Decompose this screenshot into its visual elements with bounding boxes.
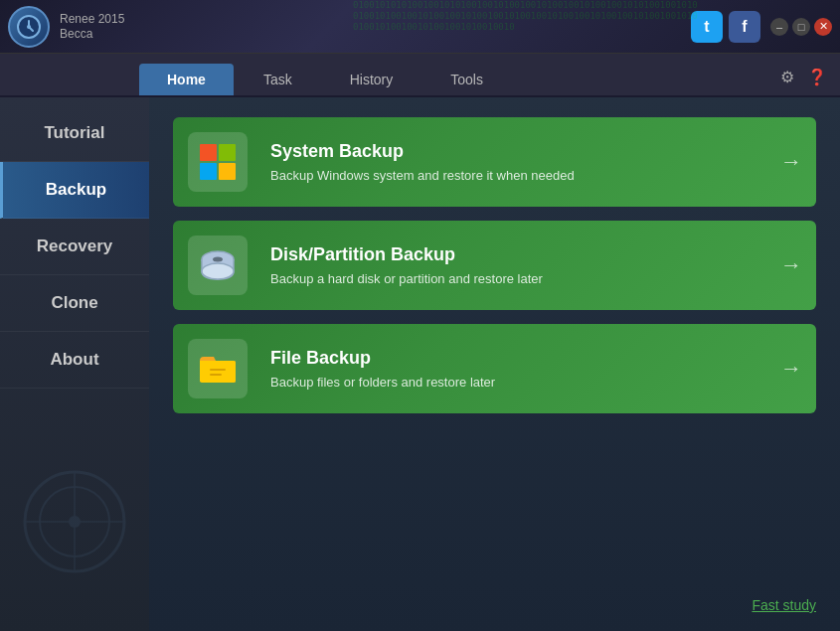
file-backup-icon-wrap — [173, 324, 262, 413]
sidebar: Tutorial Backup Recovery Clone About — [0, 97, 149, 631]
bg-matrix-text: 0100101010100100101010010010100100101001… — [353, 0, 701, 54]
svg-rect-15 — [210, 374, 222, 376]
disk-backup-text: Disk/Partition Backup Backup a hard disk… — [262, 233, 766, 298]
svg-point-12 — [202, 263, 234, 279]
disk-backup-card[interactable]: Disk/Partition Backup Backup a hard disk… — [173, 221, 816, 310]
disk-backup-icon-wrap — [173, 221, 262, 310]
tab-task[interactable]: Task — [236, 64, 320, 95]
content-area: System Backup Backup Windows system and … — [149, 97, 840, 631]
svg-rect-7 — [200, 144, 217, 161]
settings-icon[interactable]: ⚙ — [776, 66, 798, 87]
tab-home[interactable]: Home — [139, 64, 234, 95]
svg-rect-8 — [219, 144, 236, 161]
system-backup-arrow: → — [766, 149, 816, 175]
help-icon[interactable]: ❓ — [806, 66, 828, 87]
svg-rect-10 — [219, 163, 236, 180]
file-backup-title: File Backup — [270, 348, 758, 369]
tab-history[interactable]: History — [322, 64, 421, 95]
file-backup-arrow: → — [766, 356, 816, 382]
minimize-button[interactable]: – — [770, 18, 788, 36]
svg-rect-9 — [200, 163, 217, 180]
file-backup-text: File Backup Backup files or folders and … — [262, 336, 766, 401]
svg-rect-14 — [210, 369, 226, 371]
file-backup-icon — [188, 339, 248, 398]
system-backup-icon-wrap — [173, 117, 262, 207]
file-backup-desc: Backup files or folders and restore late… — [270, 375, 758, 390]
sidebar-item-clone[interactable]: Clone — [0, 275, 149, 332]
maximize-button[interactable]: □ — [792, 18, 810, 36]
svg-point-1 — [27, 25, 31, 29]
window-controls: – □ ✕ — [770, 18, 832, 36]
system-backup-title: System Backup — [270, 141, 758, 162]
file-backup-card[interactable]: File Backup Backup files or folders and … — [173, 324, 816, 413]
system-backup-card[interactable]: System Backup Backup Windows system and … — [173, 117, 816, 207]
tabbar-right-icons: ⚙ ❓ — [776, 66, 840, 95]
disk-backup-title: Disk/Partition Backup — [270, 244, 758, 265]
disk-backup-arrow: → — [766, 252, 816, 278]
fast-study-link[interactable]: Fast study — [752, 597, 816, 613]
system-backup-desc: Backup Windows system and restore it whe… — [270, 168, 758, 183]
tab-tools[interactable]: Tools — [422, 64, 511, 95]
sidebar-item-tutorial[interactable]: Tutorial — [0, 105, 149, 162]
sidebar-item-about[interactable]: About — [0, 332, 149, 389]
svg-point-6 — [69, 516, 81, 528]
svg-point-13 — [213, 257, 223, 262]
system-backup-icon — [188, 132, 248, 192]
app-name: Renee 2015 Becca — [60, 12, 124, 41]
sidebar-item-recovery[interactable]: Recovery — [0, 219, 149, 275]
sidebar-bg-icon — [0, 412, 149, 631]
disk-backup-desc: Backup a hard disk or partition and rest… — [270, 271, 758, 286]
social-buttons: t f — [691, 11, 760, 43]
close-button[interactable]: ✕ — [814, 18, 832, 36]
tabbar: Home Task History Tools ⚙ ❓ — [0, 54, 840, 97]
main-layout: Tutorial Backup Recovery Clone About — [0, 97, 840, 631]
app-logo — [8, 6, 50, 48]
system-backup-text: System Backup Backup Windows system and … — [262, 129, 766, 195]
facebook-button[interactable]: f — [729, 11, 760, 43]
sidebar-item-backup[interactable]: Backup — [0, 162, 149, 219]
disk-backup-icon — [188, 236, 248, 295]
titlebar: 0100101010100100101010010010100100101001… — [0, 0, 840, 54]
